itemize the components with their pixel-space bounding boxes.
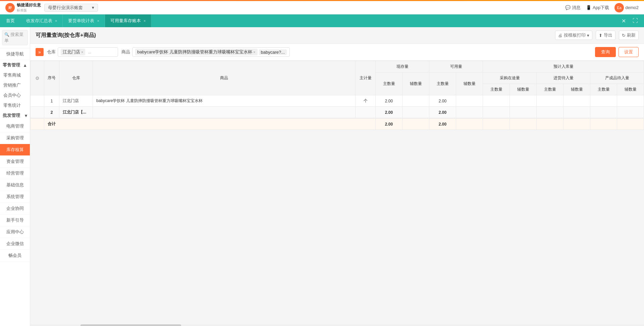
- footer-label: 合计: [44, 118, 376, 130]
- sidebar-item-vip[interactable]: 畅会员: [0, 250, 30, 262]
- sidebar-item-marketing[interactable]: 营销推广: [0, 80, 30, 90]
- th-unit: 主计量: [356, 61, 376, 95]
- sidebar-item-inventory[interactable]: 库存核算: [0, 144, 30, 156]
- warehouse-tag-close[interactable]: ×: [81, 50, 83, 54]
- sidebar-label-finance: 资金管理: [6, 159, 24, 164]
- top-bar-right: 💬 消息 📱 App下载 Ea demo2: [565, 3, 639, 12]
- row2-prod-pend-aux: [617, 107, 644, 119]
- user-area[interactable]: Ea demo2: [614, 3, 639, 12]
- chevron-up-icon: ▲: [23, 63, 27, 68]
- nav-tabs: 首页 收发存汇总表 × 要货单统计表 × 可用量库存账本 × ✕ ⛶: [0, 14, 644, 27]
- warehouse-filter-value[interactable]: 江北门店 × ...: [58, 47, 118, 57]
- industry-selector[interactable]: 母婴行业演示账套 ▾: [44, 4, 98, 12]
- sidebar-item-retail-mgmt[interactable]: 零售管理 ▲: [0, 60, 30, 70]
- product-filter-field: 商品 babycare学饮杯 儿童防摔防撞吸管杯重力球吸嘴杯宝宝水杯 × bab…: [121, 47, 290, 57]
- avatar: Ea: [614, 3, 624, 12]
- th-avail-main: 主数量: [429, 73, 456, 95]
- sidebar-label-retail-stats: 零售统计: [3, 103, 21, 108]
- scrollbar-thumb[interactable]: [80, 324, 181, 326]
- filter-expand-btn[interactable]: »: [36, 48, 44, 56]
- sidebar-item-system[interactable]: 系统管理: [0, 191, 30, 203]
- top-bar-left: 好 畅捷通好生意 标准版 母婴行业演示账套 ▾: [5, 2, 98, 13]
- table-footer: 合计 2.00 2.00: [31, 118, 644, 130]
- app-download-label: App下载: [593, 5, 609, 11]
- sidebar-label-basics: 基础信息: [6, 182, 24, 187]
- template-print-btn[interactable]: 🖨 按模板打印 ▾: [555, 31, 592, 40]
- sidebar-item-app-center[interactable]: 应用中心: [0, 226, 30, 238]
- logo-text-area: 畅捷通好生意 标准版: [17, 2, 41, 13]
- row2-purchase-in-main: [483, 107, 510, 119]
- sidebar-item-retail-stats[interactable]: 零售统计: [0, 100, 30, 110]
- sidebar-item-wholesale-mgmt[interactable]: 批发管理 ▾: [0, 110, 30, 121]
- warehouse-filter-label: 仓库: [47, 49, 56, 55]
- tab-home[interactable]: 首页: [0, 14, 21, 27]
- sidebar-item-purchase[interactable]: 采购管理: [0, 132, 30, 144]
- row2-avail-aux: [456, 107, 483, 119]
- sidebar-label-retail-mgmt: 零售管理: [3, 62, 20, 68]
- product-tag-1-close[interactable]: ×: [253, 50, 255, 54]
- row1-current-aux: [402, 95, 429, 107]
- row1-purchase-pend-aux: [564, 95, 590, 107]
- row1-current-main: 2.00: [376, 95, 402, 107]
- sidebar-label-system: 系统管理: [6, 194, 24, 199]
- sidebar-item-enterprise[interactable]: 企业协同: [0, 203, 30, 215]
- export-btn[interactable]: ⬆ 导出: [596, 31, 615, 40]
- footer-avail-aux: [456, 118, 483, 130]
- sidebar-item-new-guide[interactable]: 新手引导: [0, 215, 30, 226]
- th-purchase-pending: 进货待入量: [537, 73, 590, 84]
- sidebar-label-enterprise: 企业协同: [6, 206, 24, 211]
- sidebar-item-finance[interactable]: 资金管理: [0, 156, 30, 168]
- sidebar-item-retail-mall[interactable]: 零售商城: [0, 70, 30, 80]
- warehouse-ellipsis[interactable]: ...: [87, 50, 93, 54]
- table-row: 1 江北门店 babycare学饮杯 儿童防摔防撞吸管杯重力球吸嘴杯宝宝水杯 个…: [31, 95, 644, 107]
- row2-product: [93, 107, 356, 119]
- row2-unit: [356, 107, 376, 119]
- sidebar-item-operations[interactable]: 经营管理: [0, 168, 30, 179]
- table-row-subtotal: 2 江北门店【... 2.00 2.00: [31, 107, 644, 119]
- tab-available-close[interactable]: ×: [144, 19, 146, 23]
- message-btn[interactable]: 💬 消息: [565, 5, 581, 11]
- tab-receive-close[interactable]: ×: [55, 19, 57, 23]
- gear-icon[interactable]: ⚙: [34, 75, 41, 82]
- sidebar-label-new-guide: 新手引导: [6, 218, 24, 223]
- warehouse-tag-1: 江北门店 ×: [61, 49, 85, 55]
- query-btn[interactable]: 查询: [595, 47, 616, 57]
- row2-prod-pend-main: [590, 107, 617, 119]
- tab-order-close[interactable]: ×: [97, 19, 99, 23]
- row2-settings: [31, 107, 44, 119]
- sidebar-label-enterprise-wechat: 企业微信: [6, 241, 24, 246]
- row1-prod-pend-main: [590, 95, 617, 107]
- sidebar-label-vip: 畅会员: [8, 253, 21, 258]
- sidebar-item-ecommerce[interactable]: 电商管理: [0, 121, 30, 132]
- th-settings: ⚙: [31, 61, 44, 95]
- row1-unit: 个: [356, 95, 376, 107]
- nav-close-btn[interactable]: ✕: [620, 17, 628, 25]
- app-download-btn[interactable]: 📱 App下载: [586, 5, 609, 11]
- sidebar-item-enterprise-wechat[interactable]: 企业微信: [0, 238, 30, 250]
- tab-order-stats[interactable]: 要货单统计表 ×: [63, 14, 105, 27]
- content-area: 可用量查询(按仓库+商品) 🖨 按模板打印 ▾ ⬆ 导出 ↻ 刷新 »: [30, 27, 644, 326]
- settings-btn[interactable]: 设置: [619, 47, 639, 57]
- tab-available-inventory[interactable]: 可用量库存账本 ×: [105, 14, 151, 27]
- sidebar-item-member-center[interactable]: 会员中心: [0, 90, 30, 100]
- search-menu-btn[interactable]: 🔍 搜索菜单: [2, 30, 28, 45]
- product-filter-label: 商品: [121, 49, 130, 55]
- sidebar-item-quick-nav[interactable]: 快捷导航: [0, 48, 30, 60]
- industry-label: 母婴行业演示账套: [48, 5, 83, 11]
- logo-icon: 好: [5, 3, 15, 12]
- th-warehouse: 仓库: [59, 61, 93, 95]
- footer-purchase-pend-main: [537, 118, 564, 130]
- sidebar-item-basics[interactable]: 基础信息: [0, 179, 30, 191]
- export-icon: ⬆: [599, 33, 602, 38]
- tab-receive-label: 收发存汇总表: [26, 18, 52, 24]
- th-current-main: 主数量: [376, 73, 402, 95]
- refresh-btn[interactable]: ↻ 刷新: [619, 31, 639, 40]
- sidebar-label-ecommerce: 电商管理: [6, 124, 24, 129]
- th-purchase-pend-aux: 辅数量: [564, 84, 590, 95]
- th-current-aux: 辅数量: [402, 73, 429, 95]
- product-filter-value[interactable]: babycare学饮杯 儿童防摔防撞吸管杯重力球吸嘴杯宝宝水杯 × babyca…: [132, 47, 290, 57]
- row2-current-aux: [402, 107, 429, 119]
- nav-expand-btn[interactable]: ⛶: [631, 17, 640, 25]
- tab-receive-summary[interactable]: 收发存汇总表 ×: [21, 14, 63, 27]
- sidebar-label-member-center: 会员中心: [3, 93, 21, 98]
